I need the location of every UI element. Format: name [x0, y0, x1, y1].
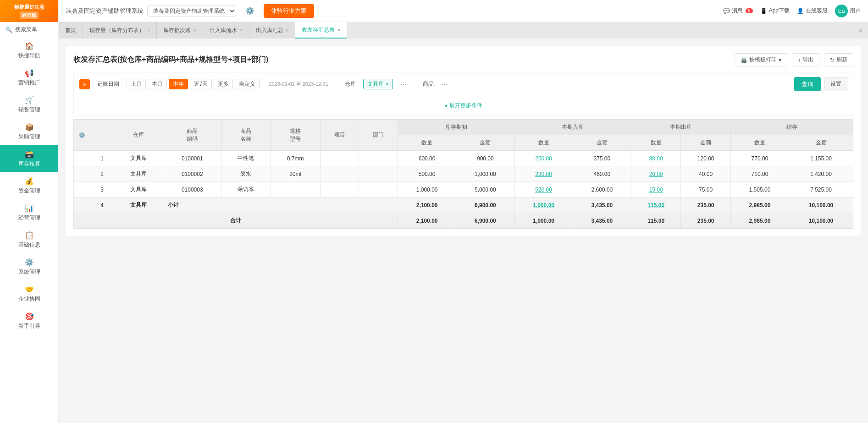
row-out-qty[interactable]: 20.00: [631, 166, 681, 182]
row-in-qty[interactable]: 230.00: [514, 166, 573, 182]
sidebar-item-label: 系统管理: [18, 268, 40, 276]
row-out-qty[interactable]: 15.00: [631, 182, 681, 198]
row-in-qty[interactable]: 520.00: [514, 182, 573, 198]
sidebar-item-sales[interactable]: 🛒 销售管理: [0, 91, 58, 118]
system-icon: ⚙️: [25, 258, 34, 267]
date-range: 2023-01-01 至 2023-12-31: [269, 81, 328, 88]
tab-flow[interactable]: 出入库流水 ×: [203, 22, 249, 38]
content-card: 收发存汇总表(按仓库+商品编码+商品+规格型号+项目+部门) 🖨️ 按模板打印 …: [66, 46, 861, 236]
print-button[interactable]: 🖨️ 按模板打印 ▾: [735, 53, 787, 66]
tab-flow-close[interactable]: ×: [240, 28, 243, 33]
message-item[interactable]: 💬 消息 6: [723, 7, 753, 15]
sidebar-item-basic-info[interactable]: 📋 基础信息: [0, 226, 58, 253]
col-in-qty: 数量: [514, 135, 573, 151]
row-goods-code: 0100003: [163, 182, 221, 198]
table-settings-col[interactable]: ⚙️: [74, 120, 90, 151]
sidebar-item-label: 新手引导: [18, 322, 40, 330]
subtotal-out-qty[interactable]: 115.00: [631, 198, 681, 213]
message-label: 消息: [732, 7, 743, 15]
tab-flow-label: 出入库流水: [210, 27, 237, 34]
row-goods-name: 中性笔: [221, 151, 271, 166]
col-goods-code-header: 商品编码: [163, 120, 221, 151]
basic-info-icon: 📋: [25, 231, 34, 240]
subtotal-in-amt: 3,435.00: [573, 198, 631, 213]
warehouse-tag-close[interactable]: ×: [386, 81, 389, 88]
tab-batch[interactable]: 库存批次账 ×: [157, 22, 203, 38]
guide-icon: 🎯: [25, 312, 34, 321]
tab-summary-close[interactable]: ×: [286, 28, 289, 33]
sidebar-item-purchase[interactable]: 📦 采购管理: [0, 118, 58, 145]
sidebar-item-marketing[interactable]: 📢 营销推广: [0, 64, 58, 91]
row-in-amt: 375.00: [573, 151, 631, 166]
sidebar-item-inventory[interactable]: 🗃️ 库存核算: [0, 145, 58, 172]
warehouse-label: 仓库: [345, 80, 356, 88]
subtotal-out-amt: 235.00: [681, 198, 730, 213]
tab-stock-dist-close[interactable]: ×: [147, 28, 150, 33]
sidebar-item-guide[interactable]: 🎯 新手引导: [0, 308, 58, 335]
col-out-qty: 数量: [631, 135, 681, 151]
user-item[interactable]: Ea 用户: [835, 5, 861, 17]
export-label: 导出: [802, 56, 813, 64]
app-download-item[interactable]: 📱 App下载: [760, 7, 790, 15]
sidebar-item-operations[interactable]: 📊 经营管理: [0, 199, 58, 226]
sidebar-item-quick-nav[interactable]: 🏠 快捷导航: [0, 37, 58, 64]
subtotal-in-qty[interactable]: 1,000.00: [514, 198, 573, 213]
tab-stock-dist[interactable]: 现存量（库存分布表） ×: [83, 22, 157, 38]
tab-recv-send[interactable]: 收发存汇总表 ×: [295, 22, 347, 38]
date-btn-more[interactable]: 更多: [214, 79, 233, 89]
row-out-qty[interactable]: 80.00: [631, 151, 681, 166]
col-open-amt: 金额: [456, 135, 514, 151]
settings-button[interactable]: 设置: [824, 77, 847, 91]
sidebar-item-enterprise[interactable]: 🤝 企业协同: [0, 280, 58, 308]
user-label: 用户: [850, 7, 861, 15]
col-group-out: 本期出库: [631, 120, 731, 135]
refresh-button[interactable]: ↻ 刷新: [824, 53, 853, 66]
gear-button[interactable]: ⚙️: [240, 4, 260, 17]
date-btn-this-month[interactable]: 本月: [148, 79, 167, 89]
sidebar-item-label: 快捷导航: [18, 52, 40, 60]
system-selector[interactable]: 装备及固定资产辅助管理系统: [147, 5, 236, 16]
goods-more-dots[interactable]: ···: [441, 80, 447, 88]
search-menu[interactable]: 🔍 搜索菜单: [0, 22, 58, 37]
sidebar-item-label: 库存核算: [18, 160, 40, 168]
warehouse-more-dots[interactable]: ···: [400, 80, 406, 88]
date-btn-last-month[interactable]: 上月: [127, 79, 146, 89]
subtotal-label: 小计: [163, 198, 398, 213]
row-out-amt: 75.00: [681, 182, 730, 198]
filter-row-main: » 记账日期 上月 本月 本年 近7天 更多 自定义 2023-01-01 至 …: [74, 72, 853, 96]
col-dept-header: 部门: [359, 120, 398, 151]
row-in-qty[interactable]: 250.00: [514, 151, 573, 166]
total-open-qty: 2,100.00: [398, 213, 456, 229]
tab-summary[interactable]: 出入库汇总 ×: [249, 22, 296, 38]
row-open-amt: 1,000.00: [456, 166, 514, 182]
tab-bar-close-all[interactable]: ×: [853, 27, 868, 34]
row-goods-name: 采访本: [221, 182, 271, 198]
row-warehouse: 文具库: [114, 151, 163, 166]
sidebar-item-finance[interactable]: 💰 资金管理: [0, 172, 58, 199]
export-button[interactable]: ↑ 导出: [792, 53, 819, 66]
tab-recv-send-close[interactable]: ×: [337, 27, 340, 33]
tab-home[interactable]: 首页: [59, 22, 83, 38]
sidebar-item-system[interactable]: ⚙️ 系统管理: [0, 253, 58, 280]
subtotal-open-amt: 6,900.00: [456, 198, 514, 213]
date-btn-7days[interactable]: 近7天: [190, 79, 212, 89]
row-goods-spec: 20ml: [271, 166, 320, 182]
expand-more-btn[interactable]: ▾ 展开更多条件: [445, 102, 482, 110]
warehouse-tag: 文具库 ×: [363, 79, 393, 89]
row-goods-code: 0100002: [163, 166, 221, 182]
home-icon: 🏠: [25, 42, 34, 50]
table-row: 3 文具库 0100003 采访本 1,000.00 5,000.00 520.…: [74, 182, 853, 198]
warehouse-tag-text: 文具库: [367, 80, 384, 88]
date-btn-this-year[interactable]: 本年: [169, 79, 188, 89]
online-service-item[interactable]: 👤 在线客服: [797, 7, 828, 15]
date-btn-custom[interactable]: 自定义: [235, 79, 260, 89]
page-title-bar: 收发存汇总表(按仓库+商品编码+商品+规格型号+项目+部门) 🖨️ 按模板打印 …: [73, 53, 853, 66]
logo-tag: 标准版: [20, 11, 39, 19]
query-button[interactable]: 查询: [794, 77, 821, 91]
purchase-icon: 📦: [25, 123, 34, 132]
row-settings: [74, 151, 90, 166]
tab-batch-close[interactable]: ×: [194, 28, 196, 33]
refresh-label: 刷新: [836, 56, 847, 64]
filter-toggle-btn[interactable]: »: [79, 79, 90, 89]
trial-button[interactable]: 体验行业方案: [264, 4, 314, 18]
